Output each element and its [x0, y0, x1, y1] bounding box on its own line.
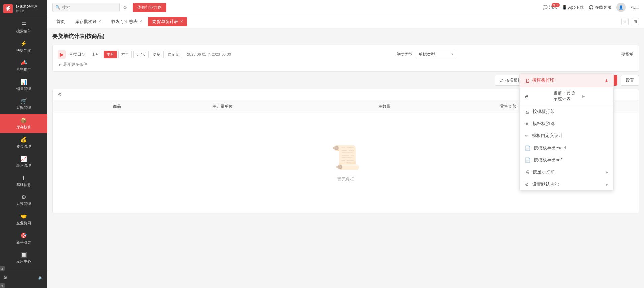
sidebar-item-purchase[interactable]: 🛒采购管理 [0, 95, 47, 114]
date-btn-本月[interactable]: 本月 [104, 51, 117, 58]
tab-batch-account[interactable]: 库存批次账✕ [71, 17, 106, 26]
sidebar-item-appstore[interactable]: 🔲应用中心 [0, 248, 47, 266]
print-item-template-design[interactable]: ✏模板自定义设计 [520, 130, 613, 142]
display-print-sub: 按显示打印▶ [533, 169, 608, 175]
current-template-label[interactable]: 🖨 当前：要货单统计表 ▶ [520, 87, 613, 105]
filter-expand-icon[interactable]: ▶ [58, 50, 66, 59]
date-btn-近7天[interactable]: 近7天 [133, 51, 149, 58]
app-download-btn[interactable]: 📱 App下载 [562, 5, 584, 10]
tab-home[interactable]: 首页 [52, 17, 69, 26]
tabs-actions: ✕ ⊞ [621, 18, 639, 25]
template-print-icon: 🖨 [525, 109, 529, 114]
sidebar-item-sales[interactable]: 📊销售管理 [0, 75, 47, 95]
date-options: 上月本月本年近7天更多自定义 [89, 51, 182, 58]
print-item-display-print[interactable]: 🖨按显示打印▶ [520, 166, 613, 178]
printer-icon: 🖨 [500, 78, 504, 83]
order-label: 要货单 [621, 52, 634, 57]
current-label-text: 当前：要货单统计表 [553, 90, 579, 102]
print-header-icon: 🖨 [525, 77, 530, 83]
tab-close-icon[interactable]: ✕ [139, 19, 142, 24]
sidebar-item-marketing[interactable]: 📣营销推广 [0, 56, 47, 75]
finance-icon: 💰 [20, 136, 27, 143]
sidebar-item-finance[interactable]: 💰资金管理 [0, 133, 47, 152]
sidebar-item-basic[interactable]: ℹ基础信息 [0, 171, 47, 191]
sidebar-item-label: 基础信息 [16, 182, 31, 187]
logo-text: 畅康通好生意 标准版 [16, 4, 38, 13]
date-btn-更多[interactable]: 更多 [150, 51, 164, 58]
export-excel-icon: 📄 [525, 145, 530, 151]
username-label: 张三 [631, 5, 639, 10]
sidebar-item-shortcut[interactable]: ⚡快捷导航 [0, 37, 47, 56]
sidebar-item-label: 采购管理 [16, 105, 31, 110]
trial-btn[interactable]: 体验行业方案 [133, 3, 166, 12]
filter-row: ▶ 单据日期 上月本月本年近7天更多自定义 2023-06-01 至 2023-… [58, 50, 634, 59]
type-select[interactable]: 单据类型 [416, 50, 456, 59]
print-header-chevron: ▲ [605, 78, 608, 82]
online-service-btn[interactable]: 🎧 在线客服 [589, 5, 611, 10]
settings-icon[interactable]: ⚙ [3, 275, 8, 280]
service-label: 在线客服 [595, 5, 611, 10]
sidebar-bottom: ⚙ 🔈 [0, 271, 47, 283]
expand-more-btn[interactable]: ▼ 展开更多条件 [58, 62, 634, 67]
tab-label: 收发存汇总表 [111, 19, 138, 25]
sidebar-item-label: 系统管理 [16, 201, 31, 206]
logo-name: 畅康通好生意 [16, 4, 38, 9]
default-func-chevron: ▶ [606, 183, 608, 186]
date-btn-自定义[interactable]: 自定义 [165, 51, 182, 58]
page-content: 要货单统计表(按商品) ▶ 单据日期 上月本月本年近7天更多自定义 2023-0… [47, 28, 644, 288]
app-icon: 📱 [562, 5, 567, 10]
print-header-label: 按模板打印 [532, 77, 554, 83]
date-btn-上月[interactable]: 上月 [89, 51, 102, 58]
display-print-label: 按显示打印 [533, 169, 555, 175]
sidebar-item-label: 企业协同 [16, 221, 31, 226]
print-item-template-print[interactable]: 🖨按模板打印 [520, 105, 613, 118]
sidebar-scroll-up[interactable]: ▲ [0, 266, 5, 271]
print-item-export-excel[interactable]: 📄按模板导出excel [520, 142, 613, 154]
sidebar-item-label: 经营管理 [16, 163, 31, 168]
sidebar-item-label: 快捷导航 [16, 48, 31, 53]
template-print-label: 按模板打印 [533, 108, 555, 115]
settings-btn[interactable]: 设置 [621, 75, 639, 86]
messages-btn[interactable]: 💬 消息 99+ [543, 5, 557, 10]
template-preview-label: 模板板预览 [533, 121, 555, 127]
print-item-template-preview[interactable]: 👁模板板预览 [520, 118, 613, 130]
close-tab-btn[interactable]: ✕ [621, 18, 629, 25]
sidebar-item-system[interactable]: ⚙系统管理 [0, 191, 47, 210]
sidebar-item-inventory[interactable]: 📦库存核算 [0, 114, 47, 133]
sidebar-item-label: 应用中心 [16, 259, 31, 264]
tab-close-icon[interactable]: ✕ [180, 19, 183, 24]
tab-receipt-summary[interactable]: 收发存汇总表✕ [107, 17, 146, 26]
main-area: 🔍 搜索 ⚙ 体验行业方案 💬 消息 99+ 📱 App下载 🎧 在线客服 👤 … [47, 0, 644, 288]
template-design-icon: ✏ [525, 133, 529, 138]
date-btn-本年[interactable]: 本年 [118, 51, 132, 58]
col-unit: 主计量单位 [207, 100, 373, 113]
export-pdf-label: 按模板导出pdf [534, 157, 562, 163]
tabs-bar: 首页库存批次账✕收发存汇总表✕要货单统计表✕ ✕ ⊞ [47, 15, 644, 28]
topbar-gear-icon[interactable]: ⚙ [123, 5, 127, 10]
topbar-right: 💬 消息 99+ 📱 App下载 🎧 在线客服 👤 张三 [543, 3, 639, 12]
print-item-export-pdf[interactable]: 📄按模板导出pdf [520, 154, 613, 166]
service-icon: 🎧 [589, 5, 594, 10]
table-settings-icon[interactable]: ⚙ [58, 92, 62, 97]
search-box[interactable]: 🔍 搜索 [52, 3, 120, 12]
sidebar-item-search[interactable]: ☰搜索菜单 [0, 18, 47, 37]
sidebar-item-operation[interactable]: 📈经营管理 [0, 152, 47, 171]
purchase-icon: 🛒 [20, 98, 27, 104]
avatar[interactable]: 👤 [616, 3, 626, 12]
current-chevron-icon: ▶ [582, 94, 608, 98]
sidebar-scroll-down[interactable]: ▼ [0, 283, 5, 288]
sidebar-item-collab[interactable]: 🤝企业协同 [0, 210, 47, 229]
audio-icon[interactable]: 🔈 [38, 275, 44, 280]
tab-order-summary[interactable]: 要货单统计表✕ [148, 17, 187, 26]
print-item-default-func[interactable]: ⚙设置默认功能▶ [520, 178, 613, 190]
sidebar-item-label: 新手引导 [16, 240, 31, 245]
search-placeholder: 搜索 [62, 5, 70, 10]
inventory-icon: 📦 [20, 117, 27, 124]
sidebar-item-label: 营销推广 [16, 67, 31, 72]
app-download-label: App下载 [568, 5, 584, 10]
sidebar-item-guide[interactable]: 🎯新手引导 [0, 229, 47, 248]
maximize-btn[interactable]: ⊞ [632, 18, 639, 25]
print-dropdown-header[interactable]: 🖨 按模板打印 ▲ [520, 74, 613, 87]
search-icon: ☰ [21, 21, 26, 28]
tab-close-icon[interactable]: ✕ [98, 19, 101, 24]
